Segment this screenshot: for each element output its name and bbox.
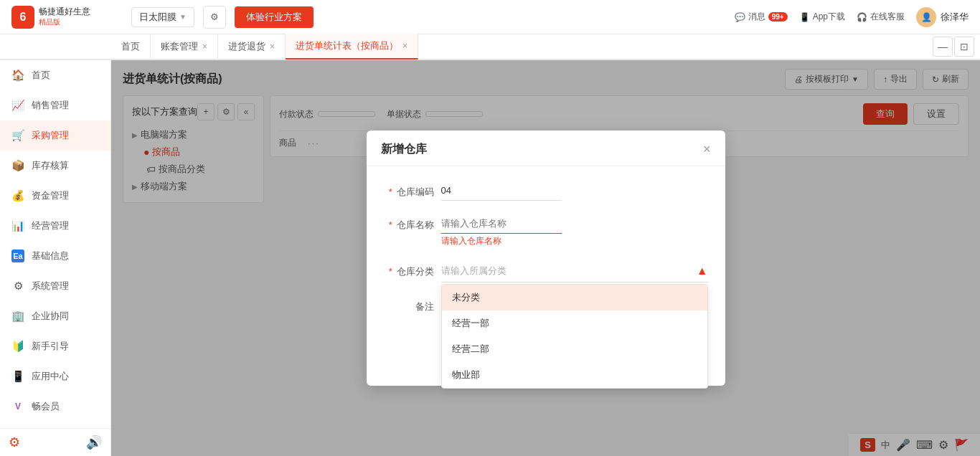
phone-icon: 📱 — [799, 12, 810, 22]
tab-purchase-stats-label: 进货单统计表（按商品） — [296, 39, 398, 52]
note-label: 备注 — [384, 295, 441, 313]
purchase-icon: 🛒 — [11, 129, 24, 142]
sidebar-item-finance-label: 资金管理 — [32, 189, 69, 202]
dropdown-item-dept1[interactable]: 经营一部 — [442, 310, 707, 336]
category-placeholder: 请输入所属分类 — [441, 265, 507, 277]
operations-icon: 📊 — [11, 219, 24, 232]
base-info-icon: Ea — [11, 250, 24, 262]
sidebar-item-app-center[interactable]: 📱 应用中心 — [0, 361, 110, 391]
main-layout: 🏠 首页 📈 销售管理 🛒 采购管理 📦 库存核算 💰 资金管理 📊 经营管理 … — [0, 60, 980, 456]
member-icon: V — [11, 400, 24, 413]
category-field-row: * 仓库分类 请输入所属分类 ▲ 未分类 经营一部 — [384, 260, 708, 282]
tab-minimize-button[interactable]: — — [933, 37, 953, 57]
modal-header: 新增仓库 × — [367, 130, 725, 166]
tab-right-buttons: — ⊡ — [933, 37, 980, 57]
top-header: 6 畅捷通好生意 精品版 日太阳膜 ▼ ⚙ 体验行业方案 💬 消息 99+ 📱 … — [0, 0, 980, 34]
sidebar-item-purchase-label: 采购管理 — [32, 129, 69, 142]
code-field-row: * 仓库编码 — [384, 181, 708, 201]
sidebar-item-home-label: 首页 — [32, 69, 50, 82]
sidebar-item-inventory[interactable]: 📦 库存核算 — [0, 151, 110, 181]
sidebar-item-operations[interactable]: 📊 经营管理 — [0, 211, 110, 241]
sidebar-item-operations-label: 经营管理 — [32, 219, 69, 232]
trial-button[interactable]: 体验行业方案 — [235, 6, 314, 28]
message-badge: 99+ — [768, 12, 788, 22]
code-input[interactable] — [441, 181, 562, 201]
tab-account-close[interactable]: × — [202, 42, 207, 52]
code-label: * 仓库编码 — [384, 181, 441, 199]
message-item[interactable]: 💬 消息 99+ — [735, 11, 788, 23]
sidebar-item-enterprise[interactable]: 🏢 企业协同 — [0, 301, 110, 331]
sidebar-settings-icon[interactable]: ⚙ — [9, 434, 20, 450]
username: 徐泽华 — [941, 11, 969, 24]
store-selector[interactable]: 日太阳膜 ▼ — [131, 7, 194, 27]
tab-purchase-stats-close[interactable]: × — [402, 41, 407, 51]
header-right: 💬 消息 99+ 📱 App下载 🎧 在线客服 👤 徐泽华 — [735, 7, 969, 27]
sidebar-volume-icon[interactable]: 🔊 — [86, 434, 102, 450]
app-download-item[interactable]: 📱 App下载 — [799, 11, 845, 23]
tab-home-label: 首页 — [121, 40, 140, 53]
settings-icon[interactable]: ⚙ — [203, 6, 226, 29]
app-center-icon: 📱 — [11, 370, 24, 383]
name-input[interactable] — [441, 214, 562, 234]
sidebar-item-home[interactable]: 🏠 首页 — [0, 60, 110, 90]
name-error-message: 请输入仓库名称 — [441, 235, 708, 247]
user-info[interactable]: 👤 徐泽华 — [916, 7, 969, 27]
sidebar-item-member[interactable]: V 畅会员 — [0, 391, 110, 422]
tab-purchase-return[interactable]: 进货退货 × — [218, 34, 286, 60]
chevron-up-icon: ▲ — [697, 265, 708, 277]
sidebar-item-sales[interactable]: 📈 销售管理 — [0, 90, 110, 120]
modal-close-button[interactable]: × — [703, 142, 711, 157]
online-service-item[interactable]: 🎧 在线客服 — [857, 11, 905, 23]
category-label: * 仓库分类 — [384, 260, 441, 278]
app-logo: 6 — [11, 6, 34, 29]
home-icon: 🏠 — [11, 69, 24, 82]
sidebar-item-finance[interactable]: 💰 资金管理 — [0, 181, 110, 211]
sidebar-item-enterprise-label: 企业协同 — [32, 310, 69, 323]
dropdown-item-uncategorized[interactable]: 未分类 — [442, 285, 707, 310]
sidebar-item-sales-label: 销售管理 — [32, 99, 69, 112]
message-icon: 💬 — [735, 12, 745, 22]
online-service-label: 在线客服 — [870, 11, 905, 23]
sidebar: 🏠 首页 📈 销售管理 🛒 采购管理 📦 库存核算 💰 资金管理 📊 经营管理 … — [0, 60, 111, 456]
dropdown-item-dept2[interactable]: 经营二部 — [442, 336, 707, 362]
tab-account[interactable]: 账套管理 × — [151, 34, 218, 60]
sidebar-item-guide-label: 新手引导 — [32, 340, 69, 353]
tab-home[interactable]: 首页 — [111, 34, 151, 60]
tab-purchase-return-label: 进货退货 — [228, 40, 265, 53]
sidebar-item-system[interactable]: ⚙ 系统管理 — [0, 271, 110, 301]
logo-sub: 精品版 — [39, 17, 90, 27]
add-warehouse-modal: 新增仓库 × * 仓库编码 — [367, 130, 725, 386]
sidebar-item-system-label: 系统管理 — [32, 280, 69, 293]
sidebar-item-member-label: 畅会员 — [32, 400, 60, 413]
category-dropdown[interactable]: 请输入所属分类 ▲ — [441, 260, 708, 282]
dropdown-item-dept3[interactable]: 物业部 — [442, 362, 707, 388]
tab-purchase-return-close[interactable]: × — [270, 42, 275, 52]
finance-icon: 💰 — [11, 189, 24, 202]
app-download-label: App下载 — [813, 11, 845, 23]
sidebar-item-base-info[interactable]: Ea 基础信息 — [0, 241, 110, 271]
chevron-down-icon: ▼ — [179, 13, 187, 21]
store-name: 日太阳膜 — [139, 11, 176, 24]
modal-overlay: 新增仓库 × * 仓库编码 — [111, 60, 980, 456]
tab-purchase-stats[interactable]: 进货单统计表（按商品） × — [286, 34, 418, 60]
sidebar-item-base-info-label: 基础信息 — [32, 250, 69, 262]
modal-title: 新增仓库 — [381, 142, 427, 157]
category-dropdown-list: 未分类 经营一部 经营二部 物业部 — [441, 284, 708, 389]
inventory-icon: 📦 — [11, 159, 24, 172]
name-field-row: * 仓库名称 请输入仓库名称 — [384, 214, 708, 247]
guide-icon: 🔰 — [11, 340, 24, 353]
logo-area: 6 畅捷通好生意 精品版 — [11, 6, 123, 29]
tab-maximize-button[interactable]: ⊡ — [954, 37, 974, 57]
sidebar-item-purchase[interactable]: 🛒 采购管理 — [0, 120, 110, 151]
enterprise-icon: 🏢 — [11, 310, 24, 323]
content-area: 进货单统计(按商品) 🖨 按模板打印 ▼ ↑ 导出 ↻ 刷新 — [111, 60, 980, 456]
name-label: * 仓库名称 — [384, 214, 441, 232]
sales-icon: 📈 — [11, 99, 24, 112]
sidebar-item-app-center-label: 应用中心 — [32, 370, 69, 383]
system-icon: ⚙ — [11, 280, 24, 293]
sidebar-item-guide[interactable]: 🔰 新手引导 — [0, 331, 110, 361]
avatar: 👤 — [916, 7, 936, 27]
message-label: 消息 — [748, 11, 765, 23]
tab-bar: 首页 账套管理 × 进货退货 × 进货单统计表（按商品） × — ⊡ — [0, 34, 980, 60]
headphone-icon: 🎧 — [857, 12, 867, 22]
